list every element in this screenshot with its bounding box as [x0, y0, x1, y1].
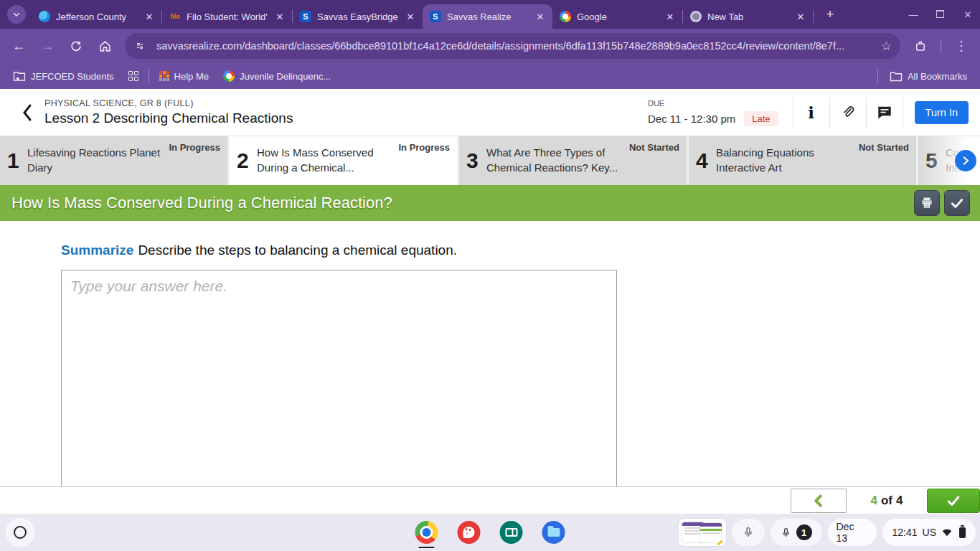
folder-icon	[890, 71, 903, 82]
bookmark-label: Help Me	[174, 71, 209, 82]
attachment-icon[interactable]	[834, 99, 862, 126]
apps-grid-icon	[128, 71, 138, 81]
total-pages: 4	[896, 494, 903, 507]
tab-new-tab[interactable]: New Tab ✕	[683, 4, 813, 29]
answer-input[interactable]	[61, 270, 617, 486]
files-app-icon[interactable]	[542, 521, 565, 544]
lesson-banner-title: How Is Mass Conserved During a Chemical …	[11, 194, 392, 212]
header-divider	[829, 97, 830, 128]
due-date: Dec 11 - 12:30 pm	[648, 113, 735, 125]
close-tab-icon[interactable]: ✕	[273, 10, 286, 23]
new-tab-button[interactable]: +	[821, 5, 839, 24]
late-status-badge: Late	[744, 111, 778, 126]
reload-icon[interactable]	[67, 37, 85, 55]
screenshot-thumbnail[interactable]	[679, 519, 726, 546]
close-tab-icon[interactable]: ✕	[404, 10, 417, 23]
due-label: DUE	[648, 99, 778, 108]
launcher-button[interactable]	[6, 518, 34, 547]
close-window-icon[interactable]: ✕	[963, 9, 973, 19]
previous-page-button[interactable]	[791, 489, 847, 513]
tab-google[interactable]: Google ✕	[552, 4, 682, 29]
chevron-left-icon	[813, 493, 825, 509]
tab-title: New Tab	[707, 11, 788, 22]
turn-in-button[interactable]: Turn In	[915, 101, 969, 124]
shelf-status-area: 1 Dec 13 12:41 US	[679, 519, 976, 546]
notification-count-badge: 1	[796, 524, 812, 540]
chromeos-shelf: 1 Dec 13 12:41 US	[0, 514, 980, 551]
step-title: Lifesaving Reactions Planet Diary	[27, 145, 174, 175]
tab-jefferson-county[interactable]: Jefferson County ✕	[32, 4, 161, 29]
screencast-app-icon[interactable]	[500, 521, 523, 544]
bookmarks-divider	[149, 69, 149, 83]
bookmark-juvenile[interactable]: Juvenile Delinquenc...	[219, 68, 335, 84]
step-title: How Is Mass Conserved During a Chemical.…	[257, 145, 404, 175]
bookmark-star-icon[interactable]: ☆	[881, 39, 892, 54]
browser-menu-icon[interactable]: ⋮	[953, 37, 970, 55]
chrome-app-icon[interactable]	[415, 521, 438, 544]
tab-savvas-easybridge[interactable]: S Savvas EasyBridge ✕	[293, 4, 423, 29]
google-favicon-icon	[223, 70, 235, 82]
mic-mute-button[interactable]	[732, 519, 765, 546]
info-icon[interactable]: i	[798, 99, 825, 126]
microphone-icon	[743, 526, 754, 539]
url-text: savvasrealize.com/dashboard/classes/66bd…	[156, 40, 874, 52]
step-tab-4[interactable]: 4 Balancing Equations Interactive Art No…	[689, 136, 916, 185]
step-number: 3	[466, 149, 479, 173]
assignment-title: Lesson 2 Describing Chemical Reactions	[44, 110, 293, 126]
system-tray[interactable]: 12:41 US	[882, 519, 976, 546]
steps-scroll-next-button[interactable]	[955, 150, 976, 171]
tab-title: Filo Student: World's	[187, 11, 268, 22]
savvas-favicon-icon: S	[300, 11, 311, 22]
tab-savvas-realize-active[interactable]: S Savvas Realize ✕	[423, 4, 552, 29]
tab-search-button[interactable]	[7, 5, 26, 24]
mic-usage-indicator[interactable]: 1	[771, 519, 822, 546]
site-info-icon[interactable]	[131, 37, 149, 55]
mark-complete-button[interactable]	[944, 190, 970, 216]
chevron-left-icon	[22, 103, 33, 123]
prompt-keyword: Summarize	[61, 242, 133, 258]
check-icon	[950, 196, 964, 210]
bookmark-managed-folder[interactable]: JEFCOED Students	[9, 68, 118, 84]
minimize-window-icon[interactable]: —	[908, 9, 918, 19]
step-tab-1[interactable]: 1 Lifesaving Reactions Planet Diary In P…	[0, 136, 227, 185]
back-to-assignments-button[interactable]	[22, 103, 33, 123]
current-page: 4	[871, 494, 877, 507]
close-tab-icon[interactable]: ✕	[534, 10, 547, 23]
jefferson-county-favicon-icon	[39, 11, 50, 22]
tab-filo-student[interactable]: filo Filo Student: World's ✕	[162, 4, 292, 29]
step-title: Balancing Equations Interactive Art	[716, 145, 863, 175]
check-icon	[946, 494, 961, 508]
bookmarks-divider	[877, 69, 878, 83]
close-tab-icon[interactable]: ✕	[794, 10, 807, 23]
calendar-pill[interactable]: Dec 13	[828, 519, 877, 546]
comments-icon[interactable]	[871, 99, 898, 126]
page-separator: of	[881, 494, 892, 507]
close-tab-icon[interactable]: ✕	[664, 10, 677, 23]
address-bar[interactable]: savvasrealize.com/dashboard/classes/66bd…	[125, 33, 900, 59]
close-tab-icon[interactable]: ✕	[143, 10, 156, 23]
canvas-app-icon[interactable]	[458, 521, 481, 544]
print-button[interactable]	[914, 190, 940, 216]
bookmark-help-me[interactable]: Help Me	[155, 69, 213, 84]
home-icon[interactable]	[96, 37, 113, 55]
forward-icon[interactable]: →	[39, 37, 56, 55]
restore-window-icon[interactable]	[936, 9, 946, 19]
palette-icon	[463, 527, 475, 538]
course-name: PHYSICAL SCIENCE, GR 8 (FULL)	[44, 98, 293, 108]
step-tab-3[interactable]: 3 What Are Three Types of Chemical React…	[459, 136, 687, 185]
assignment-header-right: DUE Dec 11 - 12:30 pm Late i Turn In	[648, 97, 969, 128]
apps-shortcut-button[interactable]	[124, 69, 143, 83]
bookmark-label: Juvenile Delinquenc...	[240, 71, 331, 82]
wifi-icon	[941, 527, 953, 537]
extensions-icon[interactable]	[912, 37, 929, 55]
due-block: DUE Dec 11 - 12:30 pm Late	[648, 99, 778, 126]
step-number: 4	[696, 149, 708, 173]
step-tab-2-active[interactable]: 2 How Is Mass Conserved During a Chemica…	[230, 136, 457, 185]
back-icon[interactable]: ←	[10, 37, 27, 55]
submit-check-button[interactable]	[927, 489, 980, 513]
prompt-text: Describe the steps to balancing a chemic…	[138, 242, 457, 258]
lesson-content: SummarizeDescribe the steps to balancing…	[0, 221, 980, 486]
shelf-date: Dec 13	[837, 521, 868, 544]
mini-window	[700, 523, 722, 542]
all-bookmarks-button[interactable]: All Bookmarks	[885, 69, 971, 84]
